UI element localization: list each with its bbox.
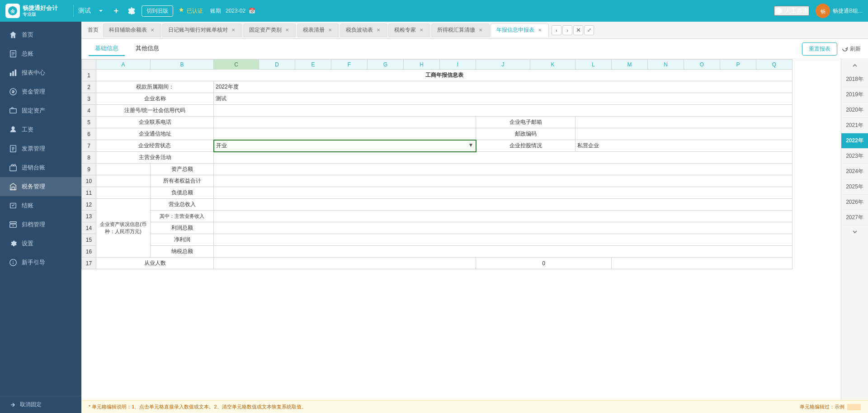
sidebar-item-close[interactable]: 结账 [0,196,81,215]
owner-equity-value-cell[interactable] [214,175,793,187]
col-header-Q[interactable]: Q [756,60,793,70]
tab-assets-type[interactable]: 固定资产类别 ✕ [243,23,296,37]
tab-tax-wave[interactable]: 税负波动表 ✕ [340,23,387,37]
col-header-E[interactable]: E [295,60,331,70]
sidebar-item-tax[interactable]: 税务管理 [0,177,81,196]
user-avatar-btn[interactable]: 畅 畅捷通B组... [816,4,863,18]
year-item-2019[interactable]: 2019年 [841,87,868,103]
sidebar-item-capital[interactable]: 资金管理 [0,82,81,101]
tab-tax-expert[interactable]: 税检专家 ✕ [388,23,430,37]
switch-to-old-btn[interactable]: 切到旧版 [142,5,173,17]
sidebar-item-ledger[interactable]: 总账 [0,44,81,63]
postcode-value-cell[interactable] [576,128,793,140]
sidebar-item-inventory[interactable]: 进销台账 [0,158,81,177]
tab-next-btn[interactable]: › [562,25,572,35]
net-profit-value-cell[interactable] [214,234,793,246]
total-revenue-value-cell[interactable] [214,199,793,211]
close-tab-assets-type[interactable]: ✕ [284,27,290,33]
year-item-2018[interactable]: 2018年 [841,72,868,87]
col-header-J[interactable]: J [476,60,530,70]
col-header-L[interactable]: L [576,60,612,70]
reset-report-btn[interactable]: 重置报表 [802,42,837,56]
svg-rect-14 [10,166,16,171]
col-header-G[interactable]: G [368,60,404,70]
col-header-H[interactable]: H [404,60,440,70]
year-item-2022[interactable]: 2022年 [841,133,868,149]
tab-aux[interactable]: 科目辅助余额表 ✕ [103,23,161,37]
sidebar-item-salary[interactable]: 工资 [0,120,81,139]
main-biz-value-cell[interactable] [214,152,793,164]
sub-tab-other[interactable]: 其他信息 [129,42,165,56]
sidebar-item-guide[interactable]: 新手引导 [0,253,81,272]
consult-btn[interactable]: 人工咨询 [774,6,809,16]
col-header-I[interactable]: I [440,60,476,70]
total-tax-value-cell[interactable] [214,246,793,258]
col-header-K[interactable]: K [530,60,576,70]
tab-annual-report[interactable]: 年报信息申报表 ✕ [491,23,549,37]
total-profit-value-cell[interactable] [214,222,793,234]
sidebar-item-home[interactable]: 首页 [0,25,81,44]
col-header-A[interactable]: A [96,60,151,70]
tab-expand-btn[interactable]: ⤢ [584,25,594,35]
tab-income-tax[interactable]: 所得税汇算清缴 ✕ [431,23,490,37]
add-btn[interactable] [111,5,122,16]
company-value-cell[interactable]: 测试 [214,93,793,105]
col-header-N[interactable]: N [648,60,684,70]
col-header-O[interactable]: O [684,60,720,70]
sub-tab-basic[interactable]: 基础信息 [89,42,125,56]
col-header-D[interactable]: D [259,60,295,70]
employees-value-cell-right[interactable]: 0 [476,258,612,269]
employees-rest[interactable] [612,258,793,269]
col-header-P[interactable]: P [720,60,756,70]
sidebar-item-assets[interactable]: 固定资产 [0,101,81,120]
phone-value-cell[interactable] [214,117,476,128]
year-item-2024[interactable]: 2024年 [841,164,868,179]
col-header-C[interactable]: C [214,60,259,70]
close-tab-tax-wave[interactable]: ✕ [375,27,382,33]
sidebar-item-invoice[interactable]: 发票管理 [0,139,81,158]
regcode-value-cell[interactable] [214,105,793,117]
liabilities-value-cell[interactable] [214,187,793,199]
sidebar-item-archive[interactable]: 归档管理 [0,215,81,234]
sheet-title-cell[interactable]: 工商年报信息表 [96,70,793,81]
tab-journal[interactable]: 日记账与银行对账单核对 ✕ [162,23,242,37]
main-revenue-value-cell[interactable] [214,211,793,222]
tab-tax-form[interactable]: 税表清册 ✕ [297,23,339,37]
total-assets-value-cell[interactable] [214,164,793,175]
settings-topbar-btn[interactable] [126,5,137,16]
year-item-2021[interactable]: 2021年 [841,118,868,133]
tab-home[interactable]: 首页 [84,26,102,34]
period-label: 账期 2023-02 📅 [210,7,255,15]
sidebar-item-report[interactable]: 报表中心 [0,63,81,82]
tab-prev-btn[interactable]: ‹ [552,25,561,35]
col-header-M[interactable]: M [612,60,648,70]
biz-status-value-cell[interactable]: 开业 ▼ [214,140,476,152]
year-item-2026[interactable]: 2026年 [841,195,868,210]
year-item-2027[interactable]: 2027年 [841,210,868,225]
close-tab-annual-report[interactable]: ✕ [537,27,543,33]
col-header-B[interactable]: B [151,60,214,70]
employees-value-cell-left[interactable] [214,258,476,269]
year-scroll-down-btn[interactable] [841,225,868,238]
close-tab-aux[interactable]: ✕ [149,27,156,33]
close-tab-journal[interactable]: ✕ [230,27,236,33]
col-header-F[interactable]: F [331,60,368,70]
year-item-2025[interactable]: 2025年 [841,179,868,195]
email-value-cell[interactable] [576,117,793,128]
address-value-cell[interactable] [214,128,476,140]
logo-icon: 会 [5,4,20,18]
year-item-2020[interactable]: 2020年 [841,103,868,118]
holding-value-cell[interactable]: 私营企业 [576,140,793,152]
year-scroll-up-btn[interactable] [841,59,868,72]
sidebar-item-settings[interactable]: 设置 [0,234,81,253]
close-tab-tax-form[interactable]: ✕ [327,27,333,33]
refresh-btn[interactable]: 刷新 [842,45,861,53]
tab-close-all-btn[interactable]: ✕ [573,25,583,35]
spreadsheet-main[interactable]: A B C D E F G H I J K L [81,59,841,400]
close-tab-income-tax[interactable]: ✕ [477,27,484,33]
period-value-cell[interactable]: 2022年度 [214,81,793,93]
year-item-2023[interactable]: 2023年 [841,149,868,164]
unpin-btn[interactable]: 取消固定 [0,396,81,413]
close-tab-tax-expert[interactable]: ✕ [418,27,425,33]
dropdown-btn[interactable] [95,5,106,16]
